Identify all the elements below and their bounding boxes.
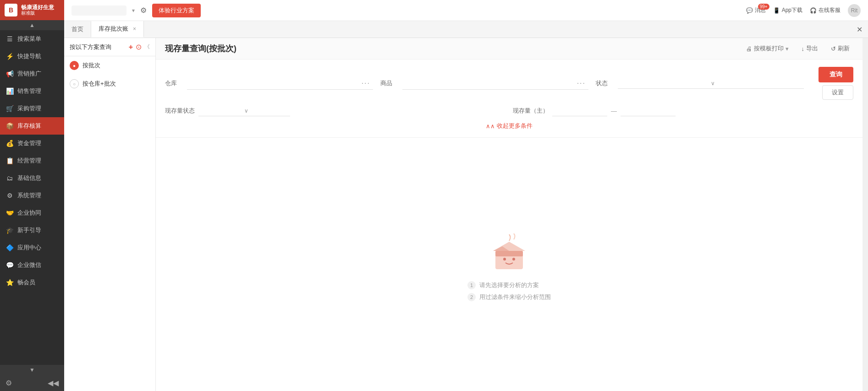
- svg-rect-1: [495, 251, 523, 256]
- sidebar-item-wechat[interactable]: 💬 企业微信: [0, 256, 64, 274]
- warehouse-input-box[interactable]: ···: [187, 77, 373, 90]
- right-scrollbar[interactable]: [863, 38, 868, 391]
- sidebar-item-purchase[interactable]: 🛒 采购管理: [0, 100, 64, 117]
- refresh-label: 刷新: [838, 44, 850, 53]
- avatar: Rit: [848, 4, 861, 17]
- sidebar-item-marketing[interactable]: 📢 营销推广: [0, 65, 64, 82]
- filter-row-2: 现存量状态 ∨ 现存量（主） —: [165, 105, 853, 116]
- status-select[interactable]: ∨: [618, 78, 804, 89]
- goods-label: 商品: [380, 79, 399, 87]
- warehouse-input[interactable]: [190, 80, 362, 87]
- schema-by-warehouse-batch-label: 按仓库+批次: [82, 80, 116, 88]
- stock-status-label: 现存量状态: [165, 107, 195, 115]
- sidebar-item-member[interactable]: ⭐ 畅会员: [0, 274, 64, 291]
- tab-close-icon[interactable]: ×: [133, 26, 136, 32]
- sidebar-item-system[interactable]: ⚙ 系统管理: [0, 187, 64, 204]
- sidebar-item-label: 畅会员: [17, 278, 35, 287]
- app-logo: B: [5, 4, 17, 16]
- user-avatar-action[interactable]: Rit: [848, 4, 861, 17]
- goods-filter: 商品 ···: [380, 77, 588, 90]
- warehouse-more-icon[interactable]: ···: [362, 79, 370, 87]
- basic-icon: 🗂: [5, 174, 14, 182]
- schema-item-by-warehouse-batch[interactable]: ○ 按仓库+批次: [64, 75, 155, 93]
- tabbar: 首页 库存批次账 × ✕: [64, 21, 868, 38]
- topbar-gear-icon[interactable]: ⚙: [140, 6, 147, 15]
- topbar-search-box[interactable]: [71, 5, 126, 16]
- goods-input[interactable]: [405, 80, 577, 87]
- query-button[interactable]: 查询: [819, 67, 853, 82]
- empty-tip-1: 1 请先选择要分析的方案: [467, 281, 551, 289]
- sidebar-scroll-up[interactable]: ▲: [0, 20, 64, 30]
- svg-point-4: [503, 258, 506, 261]
- tabbar-close-button[interactable]: ✕: [851, 22, 868, 38]
- search-input[interactable]: [75, 7, 112, 14]
- purchase-icon: 🛒: [5, 104, 14, 113]
- goods-input-box[interactable]: ···: [402, 77, 588, 90]
- finance-icon: 💰: [5, 139, 14, 147]
- stock-qty-from-input[interactable]: [552, 105, 607, 116]
- wechat-icon: 💬: [5, 261, 14, 269]
- sidebar-item-operations[interactable]: 📋 经营管理: [0, 152, 64, 169]
- batch-inventory-tab-label: 库存批次账: [99, 25, 128, 33]
- tab-home[interactable]: 首页: [64, 22, 91, 37]
- schema-item-by-batch[interactable]: ● 按批次: [64, 56, 155, 75]
- schema-by-batch-label: 按批次: [82, 61, 100, 70]
- sidebar-item-quick-nav[interactable]: ⚡ 快捷导航: [0, 48, 64, 65]
- sidebar-nav: ☰ 搜索菜单 ⚡ 快捷导航 📢 营销推广 📊 销售管理 🛒 采购管理 📦 库存核…: [0, 30, 64, 365]
- add-schema-icon[interactable]: +: [129, 43, 133, 51]
- headset-icon: 🎧: [810, 7, 817, 14]
- sidebar-item-appstore[interactable]: 🔷 应用中心: [0, 239, 64, 256]
- app-edition: 标准版: [21, 11, 54, 16]
- goods-more-icon[interactable]: ···: [577, 79, 586, 87]
- sidebar-item-sales[interactable]: 📊 销售管理: [0, 82, 64, 100]
- tip-2-text: 用过滤条件来缩小分析范围: [479, 293, 551, 301]
- print-button[interactable]: 🖨 按模板打印 ▾: [742, 43, 792, 54]
- tip-1-text: 请先选择要分析的方案: [479, 281, 539, 289]
- trial-button[interactable]: 体验行业方案: [152, 4, 201, 17]
- left-panel-header: 按以下方案查询 + ⊙ 《: [64, 38, 155, 56]
- refresh-button[interactable]: ↺ 刷新: [827, 43, 853, 54]
- collapse-more-conditions[interactable]: ∧∧ 收起更多条件: [486, 122, 533, 130]
- home-tab-label: 首页: [71, 25, 83, 33]
- stock-qty-to-input[interactable]: [621, 105, 676, 116]
- message-icon: 💬: [746, 7, 753, 14]
- topbar-dropdown-icon[interactable]: ▾: [132, 7, 135, 14]
- sidebar-footer: ⚙ ◀◀: [0, 375, 64, 391]
- sidebar-item-inventory[interactable]: 📦 库存核算: [0, 117, 64, 135]
- export-icon: ↓: [802, 45, 805, 52]
- status-chevron: ∨: [711, 80, 801, 87]
- stock-status-select[interactable]: ∨: [198, 106, 290, 116]
- sidebar-item-newbie[interactable]: 🎓 新手引导: [0, 222, 64, 239]
- topbar: ▾ ⚙ 体验行业方案 💬 消息 99+ 📱 App下载 🎧 在线客服 Rit: [64, 0, 868, 21]
- app-download-action[interactable]: 📱 App下载: [773, 6, 802, 14]
- sidebar-item-label: 系统管理: [17, 191, 41, 200]
- warehouse-label: 仓库: [165, 79, 183, 87]
- schema-settings-icon[interactable]: ⊙: [136, 43, 142, 51]
- sidebar-item-basic[interactable]: 🗂 基础信息: [0, 169, 64, 187]
- stock-qty-dash: —: [607, 108, 621, 114]
- export-button[interactable]: ↓ 导出: [798, 43, 822, 54]
- settings-button[interactable]: 设置: [822, 85, 853, 100]
- sidebar-header: B 畅康通好生意 标准版: [0, 0, 64, 20]
- content-area: 按以下方案查询 + ⊙ 《 ● 按批次 ○ 按仓库+批次 现存量查询(按批次): [64, 38, 868, 391]
- collapse-panel-icon[interactable]: 《: [144, 43, 150, 51]
- sidebar-scroll-down[interactable]: ▼: [0, 365, 64, 375]
- sidebar-settings-icon[interactable]: ⚙: [5, 379, 12, 387]
- member-icon: ⭐: [5, 278, 14, 287]
- print-label: 按模板打印: [754, 44, 784, 53]
- print-chevron: ▾: [786, 45, 789, 52]
- online-service-action[interactable]: 🎧 在线客服: [810, 6, 841, 14]
- sidebar-item-search[interactable]: ☰ 搜索菜单: [0, 30, 64, 48]
- sidebar-item-finance[interactable]: 💰 资金管理: [0, 135, 64, 152]
- sidebar-collapse-icon[interactable]: ◀◀: [48, 379, 59, 387]
- user-name: Rit: [851, 7, 858, 14]
- empty-illustration: [486, 228, 532, 274]
- topbar-actions: 💬 消息 99+ 📱 App下载 🎧 在线客服 Rit: [746, 4, 861, 17]
- tab-batch-inventory[interactable]: 库存批次账 ×: [91, 21, 144, 38]
- export-label: 导出: [806, 44, 818, 53]
- schema-active-icon: ●: [70, 61, 79, 70]
- sidebar-item-enterprise[interactable]: 🤝 企业协同: [0, 204, 64, 222]
- sidebar-item-label: 采购管理: [17, 104, 41, 113]
- sidebar: B 畅康通好生意 标准版 ▲ ☰ 搜索菜单 ⚡ 快捷导航 📢 营销推广 📊 销售…: [0, 0, 64, 391]
- messages-action[interactable]: 💬 消息 99+: [746, 6, 766, 14]
